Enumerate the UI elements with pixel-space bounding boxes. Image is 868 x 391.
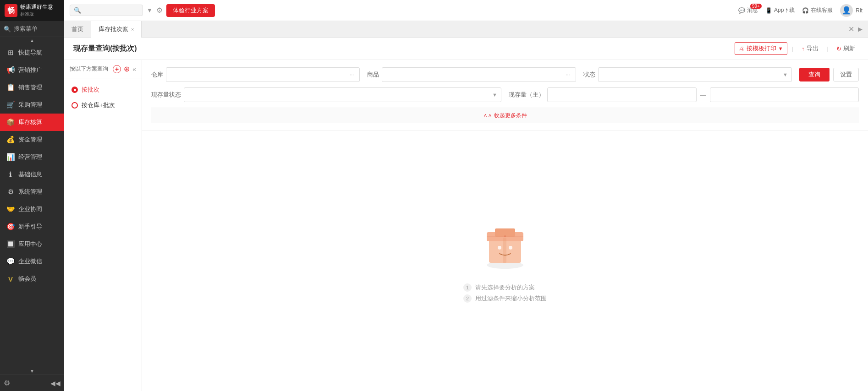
system-icon: ⚙: [6, 188, 15, 196]
sales-icon: 📋: [6, 83, 15, 92]
export-btn[interactable]: ↑ 导出: [798, 43, 822, 54]
svg-point-7: [509, 246, 512, 250]
sidebar-item-newbie[interactable]: 🎯 新手引导: [0, 218, 64, 235]
inventory-status-input[interactable]: [188, 92, 492, 98]
topbar-search-box[interactable]: 🔍: [70, 5, 143, 16]
sidebar-item-member[interactable]: V 畅会员: [0, 270, 64, 288]
tab-close-icon[interactable]: ×: [131, 27, 134, 32]
sidebar-collapse-icon[interactable]: ◀◀: [50, 380, 60, 387]
product-more-icon[interactable]: ···: [564, 72, 571, 77]
status-input[interactable]: [602, 71, 783, 78]
page-actions: 🖨 按模板打印 ▼ | ↑ 导出 | ↻ 刷新: [735, 42, 859, 55]
sidebar-item-app-center[interactable]: 🔲 应用中心: [0, 235, 64, 253]
inventory-qty-min-input[interactable]: [551, 92, 692, 98]
headset-icon: 🎧: [802, 7, 809, 14]
tabbar: 首页 库存批次账 × ✕ ▶: [64, 21, 868, 38]
inventory-qty-max-input[interactable]: [714, 92, 855, 98]
experience-btn[interactable]: 体验行业方案: [166, 4, 215, 17]
inventory-status-dropdown-icon[interactable]: ▼: [492, 92, 497, 98]
app-subtitle: 标准版: [20, 11, 53, 17]
user-area[interactable]: 👤 Rit: [840, 4, 863, 17]
main-area: 🔍 ▼ ⚙ 体验行业方案 💬 消息 99+ 📱 App下载 🎧 在线客服: [64, 0, 868, 391]
empty-illustration: [478, 219, 533, 274]
warehouse-more-icon[interactable]: ···: [348, 72, 356, 77]
inventory-status-input-box[interactable]: ▼: [184, 87, 501, 102]
inventory-icon: 📦: [6, 118, 15, 126]
filter-form: 仓库 ··· 商品 ··· 状态: [142, 60, 868, 131]
print-btn[interactable]: 🖨 按模板打印 ▼: [735, 42, 787, 55]
scheme-item-batch[interactable]: 按批次: [64, 82, 142, 98]
product-input[interactable]: [386, 71, 564, 78]
export-icon: ↑: [802, 45, 805, 52]
filter-action-buttons: 查询 设置: [799, 68, 859, 81]
settings-gear-icon[interactable]: ⚙: [156, 6, 163, 15]
sidebar-item-enterprise[interactable]: 🤝 企业协同: [0, 201, 64, 218]
search-icon: 🔍: [4, 26, 11, 33]
app-logo: 畅: [5, 4, 17, 17]
sidebar-item-sales[interactable]: 📋 销售管理: [0, 79, 64, 96]
online-service-label: 在线客服: [811, 6, 833, 14]
tab-inventory-batch[interactable]: 库存批次账 ×: [91, 21, 142, 38]
inventory-qty-min-box[interactable]: [547, 87, 697, 102]
sidebar-item-base-info[interactable]: ℹ 基础信息: [0, 166, 64, 183]
empty-hint-2: 2 用过滤条件来缩小分析范围: [463, 294, 547, 303]
scroll-down-arrow[interactable]: ▼: [0, 368, 64, 375]
finance-icon: 💰: [6, 136, 15, 144]
topbar-search-input[interactable]: [83, 7, 138, 14]
hint-num-2: 2: [463, 294, 472, 303]
scheme-item-warehouse-batch[interactable]: 按仓库+批次: [64, 98, 142, 113]
hint-text-1: 请先选择要分析的方案: [475, 283, 535, 292]
app-download-icon: 📱: [765, 7, 772, 14]
base-info-icon: ℹ: [6, 170, 15, 179]
product-field: 商品 ···: [367, 67, 576, 82]
online-service-btn[interactable]: 🎧 在线客服: [802, 6, 833, 14]
tab-close-all-icon[interactable]: ✕: [848, 25, 854, 33]
warehouse-input-box[interactable]: ···: [166, 67, 360, 82]
sidebar-item-purchase[interactable]: 🛒 采购管理: [0, 96, 64, 114]
scheme-radio-batch: [71, 87, 78, 93]
sidebar-item-system[interactable]: ⚙ 系统管理: [0, 183, 64, 201]
dropdown-arrow-icon[interactable]: ▼: [147, 7, 153, 14]
printer-icon: 🖨: [739, 45, 745, 52]
marketing-icon: 📢: [6, 66, 15, 74]
messages-badge: 99+: [750, 4, 762, 9]
search-menu-item[interactable]: 🔍 搜索菜单: [0, 21, 64, 37]
sidebar-item-operations[interactable]: 📊 经营管理: [0, 148, 64, 166]
settings-btn[interactable]: 设置: [833, 68, 859, 81]
tab-home[interactable]: 首页: [64, 21, 91, 38]
product-input-box[interactable]: ···: [382, 67, 576, 82]
scheme-settings-icon[interactable]: ⊕: [124, 65, 130, 73]
status-input-box[interactable]: ▼: [598, 67, 792, 82]
sidebar-item-finance[interactable]: 💰 资金管理: [0, 131, 64, 148]
collapse-panel-icon[interactable]: «: [132, 65, 136, 73]
sidebar-item-marketing[interactable]: 📢 营销推广: [0, 61, 64, 79]
scroll-up-arrow[interactable]: ▲: [0, 37, 64, 44]
action-separator-1: |: [792, 45, 793, 52]
inventory-status-label: 现存量状态: [151, 91, 181, 99]
left-panel: 按以下方案查询 + ⊕ « 按批次 按仓库+批次: [64, 60, 142, 391]
enterprise-icon: 🤝: [6, 205, 15, 213]
sidebar-item-shortcuts[interactable]: ⊞ 快捷导航: [0, 44, 64, 61]
tab-right-actions: ✕ ▶: [848, 25, 868, 33]
query-btn[interactable]: 查询: [799, 68, 830, 81]
sidebar-settings-icon[interactable]: ⚙: [4, 379, 10, 387]
sidebar-item-inventory[interactable]: 📦 库存核算: [0, 114, 64, 131]
inventory-qty-max-box[interactable]: [710, 87, 859, 102]
filter-header-icons: + ⊕ «: [113, 65, 136, 73]
warehouse-input[interactable]: [170, 71, 348, 78]
collapse-up-icon: ∧∧: [483, 112, 492, 119]
add-scheme-icon[interactable]: +: [113, 65, 121, 73]
tab-more-icon[interactable]: ▶: [858, 26, 863, 33]
sidebar-item-wechat[interactable]: 💬 企业微信: [0, 253, 64, 270]
messages-btn[interactable]: 💬 消息 99+: [738, 6, 758, 14]
empty-hints: 1 请先选择要分析的方案 2 用过滤条件来缩小分析范围: [463, 283, 547, 303]
avatar: 👤: [840, 4, 853, 17]
refresh-btn[interactable]: ↻ 刷新: [833, 43, 859, 54]
shortcuts-icon: ⊞: [6, 49, 15, 57]
status-field: 状态 ▼: [583, 67, 792, 82]
status-dropdown-icon[interactable]: ▼: [783, 72, 788, 77]
inventory-qty-label: 现存量（主）: [509, 91, 544, 99]
collapse-conditions-btn[interactable]: ∧∧ 收起更多条件: [151, 108, 859, 123]
print-dropdown-icon[interactable]: ▼: [778, 46, 783, 51]
app-download-btn[interactable]: 📱 App下载: [765, 6, 795, 14]
